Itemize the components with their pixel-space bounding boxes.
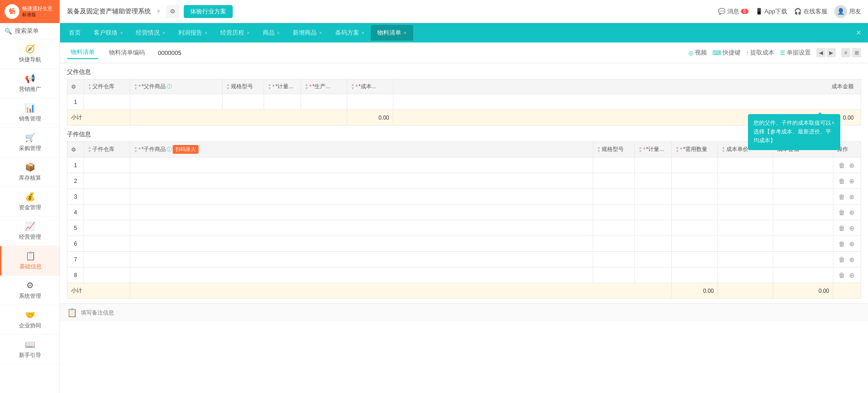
settings-button[interactable]: ⚙ — [166, 5, 179, 18]
child-product-cell[interactable] — [130, 189, 593, 205]
close-icon[interactable]: × — [277, 30, 280, 36]
child-product-cell[interactable] — [130, 173, 593, 189]
child-unit-cell[interactable] — [635, 157, 672, 173]
child-product-cell[interactable] — [130, 267, 593, 283]
child-spec-cell[interactable] — [593, 173, 635, 189]
tab-customer[interactable]: 客户联络 × — [87, 25, 129, 41]
delete-button[interactable]: 🗑 — [837, 161, 846, 170]
copy-button[interactable]: ⊕ — [848, 192, 856, 201]
parent-cost-cell[interactable] — [347, 94, 393, 110]
delete-button[interactable]: 🗑 — [837, 239, 846, 248]
th-config[interactable]: ⚙ — [67, 142, 84, 157]
list-view-button[interactable]: ≡ — [841, 48, 850, 57]
sidebar-item-operations[interactable]: 📈 经营管理 — [0, 217, 60, 246]
close-all-tabs[interactable]: × — [851, 28, 866, 38]
child-product-cell[interactable] — [130, 157, 593, 173]
child-product-cell[interactable] — [130, 220, 593, 236]
copy-button[interactable]: ⊕ — [848, 176, 856, 186]
scan-badge[interactable]: 扫码录入 — [173, 145, 199, 154]
child-product-cell[interactable] — [130, 252, 593, 267]
delete-button[interactable]: 🗑 — [837, 208, 846, 217]
copy-button[interactable]: ⊕ — [848, 161, 856, 170]
tooltip-close-button[interactable]: × — [832, 119, 835, 127]
shortcut-button[interactable]: ⌨ 快捷键 — [712, 48, 741, 57]
parent-unit-cell[interactable] — [264, 94, 301, 110]
sort-arrows[interactable]: ▲▼ — [268, 83, 271, 91]
child-price-cell[interactable] — [718, 189, 773, 205]
child-qty-cell[interactable] — [672, 220, 718, 236]
sidebar-item-finance[interactable]: 💰 资金管理 — [0, 187, 60, 217]
parent-product-cell[interactable] — [130, 94, 223, 110]
app-download-button[interactable]: 📱 App下载 — [755, 7, 787, 16]
child-warehouse-cell[interactable] — [84, 189, 130, 205]
breadcrumb-bom[interactable]: 物料清单 — [67, 46, 98, 59]
close-icon[interactable]: × — [247, 30, 249, 36]
child-product-cell[interactable] — [130, 236, 593, 252]
tab-bom[interactable]: 物料清单 × — [371, 25, 413, 41]
sidebar-item-basic-info[interactable]: 📋 基础信息 — [0, 246, 60, 276]
child-unit-cell[interactable] — [635, 220, 672, 236]
child-qty-cell[interactable] — [672, 252, 718, 267]
child-spec-cell[interactable] — [593, 236, 635, 252]
child-warehouse-cell[interactable] — [84, 157, 130, 173]
close-icon[interactable]: × — [205, 30, 207, 36]
child-spec-cell[interactable] — [593, 220, 635, 236]
user-menu[interactable]: 👤 用友 — [834, 5, 861, 18]
memo-input[interactable] — [81, 309, 861, 316]
sort-arrows[interactable]: ▲▼ — [351, 83, 355, 91]
child-spec-cell[interactable] — [593, 252, 635, 267]
sidebar-item-sales[interactable]: 📊 销售管理 — [0, 98, 60, 128]
trial-button[interactable]: 体验行业方案 — [184, 5, 233, 18]
sidebar-search[interactable]: 🔍 搜索菜单 — [0, 23, 60, 39]
tab-profit[interactable]: 利润报告 × — [172, 25, 214, 41]
child-unit-cell[interactable] — [635, 173, 672, 189]
copy-button[interactable]: ⊕ — [848, 271, 856, 280]
delete-button[interactable]: 🗑 — [837, 224, 846, 233]
child-warehouse-cell[interactable] — [84, 252, 130, 267]
child-price-cell[interactable] — [718, 157, 773, 173]
info-icon[interactable]: ⓘ — [167, 83, 172, 90]
copy-button[interactable]: ⊕ — [848, 255, 856, 264]
child-spec-cell[interactable] — [593, 205, 635, 220]
child-price-cell[interactable] — [718, 236, 773, 252]
child-price-cell[interactable] — [718, 205, 773, 220]
sort-arrows[interactable]: ▲▼ — [722, 146, 725, 153]
doc-settings-button[interactable]: ☰ 单据设置 — [780, 48, 811, 57]
close-icon[interactable]: × — [404, 30, 406, 36]
next-arrow[interactable]: ▶ — [826, 48, 836, 57]
video-button[interactable]: ◎ 视频 — [688, 48, 707, 57]
info-icon[interactable]: ⓘ — [167, 146, 172, 153]
sort-arrows[interactable]: ▲▼ — [675, 146, 679, 153]
child-qty-cell[interactable] — [672, 157, 718, 173]
child-unit-cell[interactable] — [635, 252, 672, 267]
copy-button[interactable]: ⊕ — [848, 239, 856, 248]
delete-button[interactable]: 🗑 — [837, 176, 846, 186]
sidebar-item-enterprise[interactable]: 🤝 企业协同 — [0, 305, 60, 335]
close-icon[interactable]: × — [162, 30, 165, 36]
child-price-cell[interactable] — [718, 267, 773, 283]
tab-goods[interactable]: 商品 × — [256, 25, 286, 41]
child-warehouse-cell[interactable] — [84, 205, 130, 220]
child-price-cell[interactable] — [718, 173, 773, 189]
close-icon[interactable]: × — [120, 30, 123, 36]
delete-button[interactable]: 🗑 — [837, 192, 846, 201]
delete-button[interactable]: 🗑 — [837, 271, 846, 280]
child-warehouse-cell[interactable] — [84, 173, 130, 189]
child-warehouse-cell[interactable] — [84, 236, 130, 252]
sort-arrows[interactable]: ▲▼ — [639, 146, 642, 153]
child-warehouse-cell[interactable] — [84, 220, 130, 236]
sidebar-item-guide[interactable]: 📖 新手引导 — [0, 335, 60, 364]
prev-arrow[interactable]: ◀ — [816, 48, 826, 57]
delete-button[interactable]: 🗑 — [837, 255, 846, 264]
parent-warehouse-cell[interactable] — [84, 94, 130, 110]
sort-arrows[interactable]: ▲▼ — [134, 146, 138, 153]
parent-spec-cell[interactable] — [223, 94, 264, 110]
grid-view-button[interactable]: ⊞ — [852, 48, 861, 57]
sidebar-item-system[interactable]: ⚙ 系统管理 — [0, 276, 60, 305]
close-icon[interactable]: × — [362, 30, 364, 36]
child-product-cell[interactable] — [130, 205, 593, 220]
child-price-cell[interactable] — [718, 220, 773, 236]
tab-new-goods[interactable]: 新增商品 × — [286, 25, 328, 41]
child-spec-cell[interactable] — [593, 267, 635, 283]
child-warehouse-cell[interactable] — [84, 267, 130, 283]
